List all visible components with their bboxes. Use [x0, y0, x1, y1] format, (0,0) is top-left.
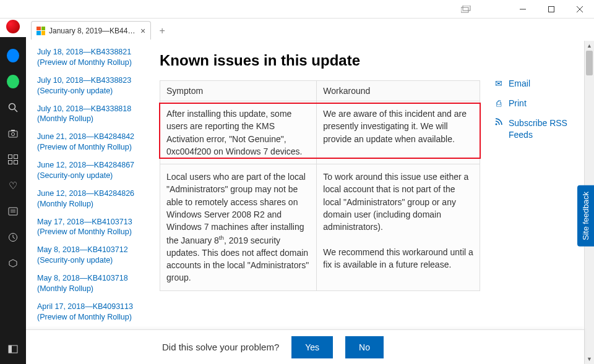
cell-workaround: We are aware of this incident and are pr…: [317, 101, 480, 164]
minimize-button[interactable]: [509, 0, 537, 19]
tab-bar: January 8, 2019—KB4480960 × +: [0, 19, 594, 40]
speeddial-sidebar-icon[interactable]: [7, 153, 19, 166]
opera-sidebar: ♡: [0, 37, 26, 364]
snapshot-sidebar-icon[interactable]: [7, 127, 19, 140]
snapshot-tool-icon[interactable]: [452, 0, 480, 19]
sidebar-toggle-icon[interactable]: [7, 343, 19, 355]
feedback-bottom-bar: Did this solve your problem? Yes No: [26, 329, 584, 364]
no-button[interactable]: No: [345, 336, 384, 358]
email-icon: ✉: [494, 78, 504, 89]
microsoft-favicon: [37, 27, 45, 35]
yes-button[interactable]: Yes: [291, 336, 333, 358]
svg-rect-18: [9, 345, 12, 353]
extensions-sidebar-icon[interactable]: [7, 257, 19, 269]
print-icon: ⎙: [494, 98, 504, 109]
svg-point-19: [496, 124, 497, 125]
cell-symptom: After installing this update, some users…: [160, 101, 317, 164]
nav-link[interactable]: July 10, 2018—KB4338818 (Monthly Rollup): [37, 104, 142, 125]
page-heading: Known issues in this update: [160, 52, 480, 69]
column-header-symptom: Symptom: [160, 81, 317, 101]
table-row: After installing this update, some users…: [160, 101, 480, 164]
rss-icon: [494, 117, 504, 129]
maximize-button[interactable]: [537, 0, 566, 19]
bookmarks-sidebar-icon[interactable]: ♡: [7, 179, 19, 192]
close-window-button[interactable]: [566, 0, 594, 19]
nav-link[interactable]: June 12, 2018—KB4284867 (Security-only u…: [37, 160, 142, 181]
scroll-thumb[interactable]: [586, 51, 593, 75]
cell-symptom: Local users who are part of the local "A…: [160, 164, 317, 290]
nav-link[interactable]: June 21, 2018—KB4284842 (Preview of Mont…: [37, 132, 142, 153]
nav-link[interactable]: July 18, 2018—KB4338821 (Preview of Mont…: [37, 47, 142, 68]
svg-rect-0: [461, 7, 468, 12]
svg-rect-3: [549, 6, 554, 12]
email-action[interactable]: ✉Email: [494, 78, 578, 89]
scroll-down-icon[interactable]: ▼: [585, 354, 594, 364]
cell-workaround: To work around this issue use either a l…: [317, 164, 480, 290]
svg-point-8: [9, 104, 15, 110]
page-content: July 18, 2018—KB4338821 (Preview of Mont…: [26, 41, 584, 364]
svg-rect-1: [463, 6, 470, 11]
new-tab-button[interactable]: +: [153, 22, 171, 40]
search-sidebar-icon[interactable]: [7, 101, 19, 114]
nav-link[interactable]: June 12, 2018—KB4284826 (Monthly Rollup): [37, 188, 142, 210]
svg-line-9: [15, 109, 18, 112]
nav-link[interactable]: April 17, 2018—KB4093113 (Preview of Mon…: [37, 302, 142, 323]
article-nav-sidebar: July 18, 2018—KB4338821 (Preview of Mont…: [26, 41, 150, 364]
history-sidebar-icon[interactable]: [7, 231, 19, 243]
print-action[interactable]: ⎙Print: [494, 98, 578, 109]
svg-rect-12: [11, 130, 15, 131]
scroll-up-icon[interactable]: ▲: [585, 41, 594, 51]
svg-rect-10: [9, 131, 17, 137]
column-header-workaround: Workaround: [317, 81, 480, 101]
article-actions: ✉Email ⎙Print Subscribe RSS Feeds: [485, 41, 584, 364]
rss-action[interactable]: Subscribe RSS Feeds: [494, 117, 578, 140]
feedback-question: Did this solve your problem?: [162, 342, 279, 352]
nav-link[interactable]: May 8, 2018—KB4103718 (Monthly Rollup): [37, 273, 142, 294]
opera-menu-button[interactable]: [6, 20, 20, 33]
svg-rect-13: [9, 208, 17, 215]
browser-tab[interactable]: January 8, 2019—KB4480960 ×: [31, 21, 151, 40]
window-titlebar: [0, 0, 594, 19]
tab-title: January 8, 2019—KB4480960: [49, 27, 136, 35]
nav-link[interactable]: May 8, 2018—KB4103712 (Security-only upd…: [37, 245, 142, 266]
close-tab-icon[interactable]: ×: [140, 26, 145, 36]
known-issues-table: Symptom Workaround After installing this…: [160, 80, 480, 291]
news-sidebar-icon[interactable]: [7, 205, 19, 218]
article-main: Known issues in this update Symptom Work…: [150, 41, 485, 364]
svg-point-11: [12, 133, 15, 136]
messenger-sidebar-icon[interactable]: [7, 49, 19, 62]
table-row: Local users who are part of the local "A…: [160, 164, 480, 290]
site-feedback-tab[interactable]: Site feedback: [577, 185, 594, 247]
nav-link[interactable]: July 10, 2018—KB4338823 (Security-only u…: [37, 75, 142, 96]
nav-link[interactable]: May 17, 2018—KB4103713 (Preview of Month…: [37, 217, 142, 238]
whatsapp-sidebar-icon[interactable]: [7, 75, 19, 88]
